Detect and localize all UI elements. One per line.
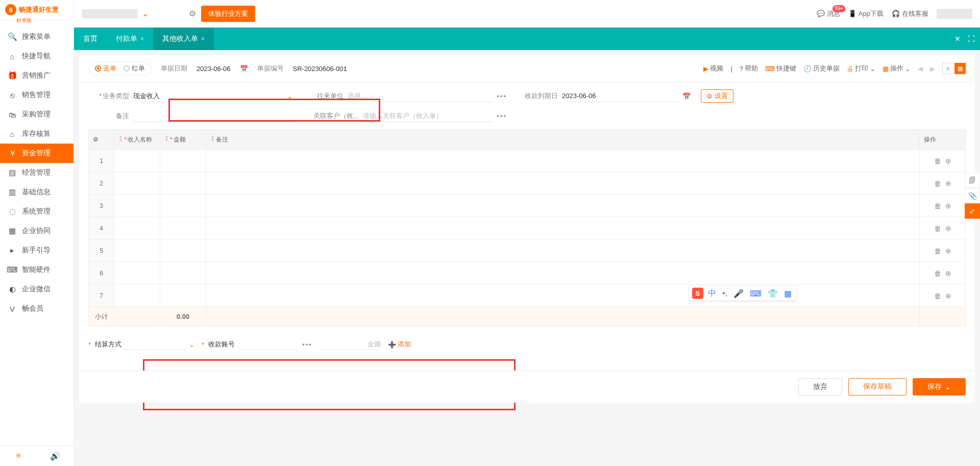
ime-toolbox-icon[interactable]: ▦	[782, 289, 793, 298]
col-income-name[interactable]: ▲▼*收入名称	[114, 130, 160, 150]
try-industry-button[interactable]: 体验行业方案	[201, 6, 255, 22]
copy-icon[interactable]: ⊕	[945, 247, 951, 255]
nav-guide[interactable]: ▸新手引导	[0, 241, 74, 260]
nav-purchase[interactable]: 🛍采购管理	[0, 105, 74, 124]
col-settings[interactable]: ⚙	[89, 130, 114, 150]
table-row[interactable]: 6🗑⊕	[89, 262, 966, 285]
delete-icon[interactable]: 🗑	[934, 269, 941, 277]
table-row[interactable]: 7🗑⊕	[89, 285, 966, 307]
ime-lang[interactable]: 中	[706, 288, 718, 299]
history-button[interactable]: 🕘历史单据	[803, 64, 840, 73]
copy-icon[interactable]: ⊕	[945, 202, 951, 210]
ime-toolbar[interactable]: S 中 •, 🎤 ⌨ 👕 ▦	[689, 286, 796, 300]
calendar-icon[interactable]: 📅	[682, 92, 691, 100]
radio-blue[interactable]: 蓝单	[95, 64, 116, 73]
more-icon[interactable]: •••	[497, 92, 507, 100]
due-date-field[interactable]: 收款到期日 📅	[517, 90, 691, 102]
ime-keyboard-icon[interactable]: ⌨	[748, 289, 763, 298]
chevron-down-icon[interactable]: ⌄	[189, 341, 194, 348]
delete-icon[interactable]: 🗑	[934, 179, 941, 188]
close-icon[interactable]: ×	[140, 35, 144, 42]
radio-red[interactable]: 红单	[124, 64, 145, 73]
nav-collab[interactable]: ▦企业协同	[0, 221, 74, 241]
table-row[interactable]: 5🗑⊕	[89, 240, 966, 262]
delete-icon[interactable]: 🗑	[934, 292, 941, 300]
sound-icon[interactable]: 🔊	[37, 446, 74, 466]
settings-button[interactable]: ⚙设置	[701, 89, 733, 103]
topbar: ⌄ ⚙ 体验行业方案 💬 消息 99+ 📱App下载 🎧在线客服	[74, 0, 980, 28]
help-button[interactable]: ?帮助	[740, 64, 758, 73]
nav-marketing[interactable]: 🎁营销推广	[0, 66, 74, 85]
user-avatar-blur[interactable]	[937, 9, 972, 19]
close-all-icon[interactable]: ✕	[954, 35, 961, 43]
calendar-icon[interactable]: 📅	[240, 65, 248, 73]
settle-amount-field[interactable]	[320, 339, 381, 350]
tab-payment[interactable]: 付款单×	[107, 28, 153, 50]
messages-button[interactable]: 💬 消息 99+	[817, 9, 840, 18]
copy-icon[interactable]: ⊕	[945, 269, 951, 277]
more-icon[interactable]: •••	[497, 112, 507, 120]
nav-operation[interactable]: ▤经营管理	[0, 163, 74, 182]
delete-icon[interactable]: 🗑	[934, 202, 941, 210]
delete-icon[interactable]: 🗑	[934, 247, 941, 255]
delete-icon[interactable]: 🗑	[934, 224, 941, 232]
online-service-button[interactable]: 🎧在线客服	[892, 9, 928, 18]
more-icon[interactable]: •••	[302, 341, 312, 348]
copy-icon[interactable]: ⊕	[945, 179, 951, 188]
nav-hardware[interactable]: ⌨智能硬件	[0, 260, 74, 279]
nav-vip[interactable]: V畅会员	[0, 299, 74, 318]
rel-customer-input[interactable]	[363, 110, 493, 122]
view-card-icon[interactable]: ▦	[954, 63, 966, 74]
copy-icon[interactable]: ⊕	[945, 224, 951, 232]
ops-button[interactable]: ▦操作⌄	[883, 64, 911, 73]
fullscreen-icon[interactable]: ⛶	[968, 35, 975, 43]
table-row[interactable]: 1🗑⊕	[89, 150, 966, 172]
save-button[interactable]: 保存⌄	[913, 378, 966, 395]
close-icon[interactable]: ×	[201, 35, 205, 42]
gear-icon[interactable]: ⚙	[189, 9, 196, 18]
nav-quick[interactable]: ⌂快捷导航	[0, 46, 74, 66]
tab-other-income[interactable]: 其他收入单×	[153, 28, 214, 50]
copy-icon[interactable]: ⊕	[945, 157, 951, 165]
table-row[interactable]: 2🗑⊕	[89, 172, 966, 195]
view-list-icon[interactable]: ≡	[942, 63, 953, 74]
account-input[interactable]	[238, 339, 299, 350]
settle-amount-input[interactable]	[320, 339, 381, 350]
account-field[interactable]: *收款账号 •••	[202, 339, 312, 350]
tab-home[interactable]: 首页	[74, 28, 107, 50]
app-download-button[interactable]: 📱App下载	[848, 9, 884, 18]
next-icon[interactable]: ▶	[930, 65, 935, 73]
doc-date-value[interactable]: 2023-06-06	[197, 65, 231, 73]
col-amount[interactable]: ▲▼*金额	[160, 130, 206, 150]
nav-system[interactable]: ◌系统管理	[0, 202, 74, 221]
nav-funds[interactable]: ￥资金管理	[0, 144, 74, 163]
org-selector[interactable]: ⌄	[82, 9, 184, 18]
table-row[interactable]: 3🗑⊕	[89, 195, 966, 217]
col-remark[interactable]: ▲▼备注	[206, 130, 920, 150]
print-button[interactable]: 🖨打印⌄	[847, 64, 875, 73]
settle-method-field[interactable]: *结算方式 ⌄	[88, 339, 194, 350]
save-draft-button[interactable]: 保存草稿	[848, 378, 906, 395]
attach-icon[interactable]: 📎	[965, 188, 980, 203]
settle-method-input[interactable]	[125, 339, 186, 350]
table-row[interactable]: 4🗑⊕	[89, 217, 966, 240]
prev-icon[interactable]: ◀	[918, 65, 923, 73]
ime-skin-icon[interactable]: 👕	[766, 289, 779, 298]
video-button[interactable]: ▶视频	[703, 64, 723, 73]
add-settle-button[interactable]: ➕添加	[388, 340, 411, 349]
discard-button[interactable]: 放弃	[798, 378, 842, 395]
nav-search-menu[interactable]: 🔍搜索菜单	[0, 27, 74, 46]
expand-icon[interactable]: ⤢	[965, 203, 980, 219]
copy-icon[interactable]: ⊕	[945, 292, 951, 300]
collapse-icon[interactable]: ≡	[0, 446, 37, 466]
ime-punct-icon[interactable]: •,	[721, 289, 729, 298]
delete-icon[interactable]: 🗑	[934, 157, 941, 165]
due-date-input[interactable]	[562, 90, 678, 102]
nav-wechat[interactable]: ◐企业微信	[0, 279, 74, 299]
nav-inventory[interactable]: ⌂库存核算	[0, 124, 74, 144]
note-icon[interactable]: 🗐	[965, 173, 980, 188]
nav-basic[interactable]: ▥基础信息	[0, 182, 74, 202]
ime-mic-icon[interactable]: 🎤	[732, 289, 745, 298]
nav-sales[interactable]: ⎋销售管理	[0, 85, 74, 105]
shortcut-button[interactable]: ⌨快捷键	[765, 64, 796, 73]
